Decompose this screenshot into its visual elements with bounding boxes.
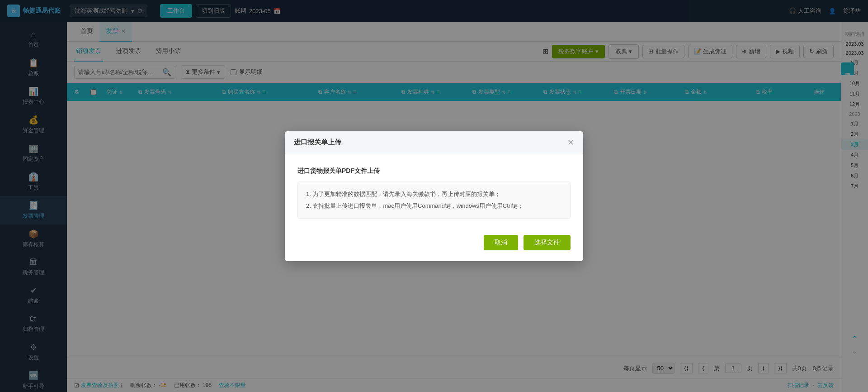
import-customs-modal: 进口报关单上传 ✕ 进口货物报关单PDF文件上传 1. 为了更加精准的数据匹配，… [285,131,583,261]
modal-footer: 取消 选择文件 [285,228,583,261]
modal-header: 进口报关单上传 ✕ [285,131,583,154]
modal-select-file-button[interactable]: 选择文件 [524,235,571,250]
modal-info-box: 1. 为了更加精准的数据匹配，请先录入海关缴款书，再上传对应的报关单； 2. 支… [297,182,571,219]
modal-close-button[interactable]: ✕ [567,138,574,148]
modal-body: 进口货物报关单PDF文件上传 1. 为了更加精准的数据匹配，请先录入海关缴款书，… [285,154,583,228]
modal-overlay[interactable]: 进口报关单上传 ✕ 进口货物报关单PDF文件上传 1. 为了更加精准的数据匹配，… [0,0,868,392]
modal-section-title: 进口货物报关单PDF文件上传 [297,167,571,175]
modal-title: 进口报关单上传 [294,138,341,147]
modal-info-line-1: 1. 为了更加精准的数据匹配，请先录入海关缴款书，再上传对应的报关单； [306,188,562,200]
modal-cancel-button[interactable]: 取消 [484,235,518,250]
modal-info-line-2: 2. 支持批量上传进口报关单，mac用户使用Command键，windows用户… [306,200,562,212]
